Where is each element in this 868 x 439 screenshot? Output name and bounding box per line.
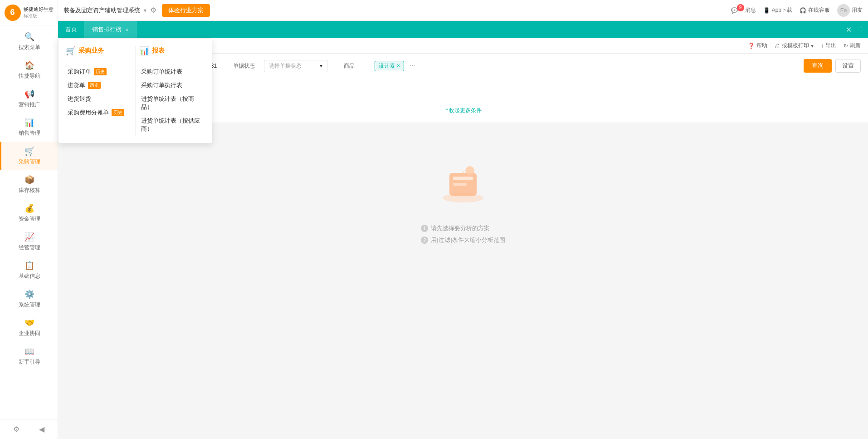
nav-label-9: 系统管理 (19, 301, 40, 309)
report-menu-item-1[interactable]: 采购订单执行表 (139, 79, 205, 92)
purchase-menu-item-0[interactable]: 采购订单历史 (66, 65, 132, 79)
menu-badge-3: 历史 (112, 109, 124, 116)
sidebar-item-11[interactable]: 📖新手引导 (0, 342, 58, 370)
purchase-items: 采购订单历史进货单历史进货退货采购费用分摊单历史 (66, 65, 132, 119)
tabbar: 首页 销售排行榜 × ✕ ⛶ (58, 21, 868, 38)
sidebar-item-10[interactable]: 🤝企业协同 (0, 313, 58, 342)
sidebar-item-0[interactable]: 🔍搜索菜单 (0, 27, 58, 56)
query-btn[interactable]: 查询 (804, 59, 832, 73)
purchase-col-title: 🛒 采购业务 (66, 46, 132, 59)
report-col-title: 📊 报表 (139, 46, 205, 59)
report-menu-item-0[interactable]: 采购订单统计表 (139, 65, 205, 79)
nav-icon-7: 📈 (24, 232, 34, 242)
purchase-menu-item-1[interactable]: 进货单历史 (66, 79, 132, 92)
nav-label-0: 搜索菜单 (19, 44, 40, 51)
help-icon: ❓ (748, 43, 755, 49)
settings-icon[interactable]: ⚙ (150, 6, 156, 15)
sidebar-item-7[interactable]: 📈经营管理 (0, 227, 58, 256)
sidebar-item-8[interactable]: 📋基础信息 (0, 256, 58, 285)
menu-columns: 🛒 采购业务 采购订单历史进货单历史进货退货采购费用分摊单历史 📊 报表 采购订… (66, 46, 205, 136)
purchase-item-label-1: 进货单 (68, 81, 85, 89)
nav-label-10: 企业协同 (19, 330, 40, 337)
report-item-label-1: 采购订单执行表 (141, 81, 182, 89)
topbar: 装备及固定资产辅助管理系统 ▾ ⚙ 体验行业方案 💬 9 消息 📱 App下载 … (58, 0, 868, 21)
purchase-menu-item-3[interactable]: 采购费用分摊单历史 (66, 106, 132, 119)
sidebar-settings-icon[interactable]: ⚙ (13, 425, 20, 434)
goods-tag-close-icon[interactable]: × (397, 63, 400, 69)
sidebar-item-6[interactable]: 💰资金管理 (0, 199, 58, 227)
purchase-col-icon: 🛒 (66, 46, 76, 56)
tip-text-2: 用[过滤]条件来缩小分析范围 (431, 234, 505, 246)
sidebar-bottom: ⚙ ◀ (0, 419, 58, 439)
refresh-btn[interactable]: ↻ 刷新 (844, 42, 861, 49)
nav-icon-10: 🤝 (24, 318, 34, 328)
bill-status-label: 单据状态 (233, 62, 260, 70)
tab-sales-rank[interactable]: 销售排行榜 × (85, 21, 137, 38)
print-icon: 🖨 (775, 43, 780, 49)
app-download-btn[interactable]: 📱 App下载 (763, 6, 792, 14)
report-menu-item-3[interactable]: 进货单统计表（按供应商） (139, 114, 205, 136)
nav-icon-3: 📊 (24, 118, 34, 128)
sidebar-item-9[interactable]: ⚙️系统管理 (0, 285, 58, 313)
export-btn[interactable]: ↑ 导出 (821, 42, 836, 49)
report-col-icon: 📊 (139, 46, 149, 56)
nav-icon-0: 🔍 (24, 32, 34, 42)
sidebar-item-4[interactable]: 🛒采购管理 (0, 142, 58, 170)
tip-num-2: 2 (421, 237, 428, 244)
purchase-menu-item-2[interactable]: 进货退货 (66, 92, 132, 106)
nav-label-8: 基础信息 (19, 272, 40, 280)
message-badge: 9 (737, 4, 744, 11)
menu-badge-0: 历史 (94, 68, 107, 75)
industry-btn[interactable]: 体验行业方案 (162, 4, 210, 17)
nav-label-1: 快捷导航 (19, 72, 40, 80)
goods-tag: 设计素 × (375, 61, 404, 71)
chevron-up-icon: ⌃ (444, 108, 449, 114)
template-print-btn[interactable]: 🖨 按模板打印 ▾ (775, 42, 814, 49)
nav-label-5: 库存核算 (19, 187, 40, 194)
svg-point-4 (465, 166, 474, 175)
sidebar-item-2[interactable]: 📢营销推广 (0, 84, 58, 113)
sidebar-item-1[interactable]: 🏠快捷导航 (0, 56, 58, 84)
tab-window-close-icon[interactable]: ✕ (846, 25, 852, 34)
message-label: 消息 (745, 6, 756, 14)
report-item-label-0: 采购订单统计表 (141, 68, 182, 76)
print-arrow-icon: ▾ (811, 43, 814, 49)
nav-icon-4: 🛒 (24, 146, 34, 156)
tab-close-icon[interactable]: × (125, 26, 129, 33)
empty-illustration (436, 159, 490, 213)
menu-col-purchase: 🛒 采购业务 采购订单历史进货单历史进货退货采购费用分摊单历史 (66, 46, 132, 136)
nav-label-6: 资金管理 (19, 215, 40, 223)
dropdown-arrow-icon[interactable]: ▾ (144, 7, 146, 14)
tab-window-expand-icon[interactable]: ⛶ (855, 25, 863, 34)
nav-icon-5: 📦 (24, 175, 34, 185)
report-item-label-3: 进货单统计表（按供应商） (141, 117, 203, 133)
bill-status-dropdown[interactable]: 选择单据状态 ▾ (264, 60, 327, 72)
sidebar: 6 畅捷通好生意 标准版 🔍搜索菜单🏠快捷导航📢营销推广📊销售管理🛒采购管理📦库… (0, 0, 58, 439)
online-service-btn[interactable]: 🎧 在线客服 (800, 6, 830, 14)
menu-col-report: 📊 报表 采购订单统计表采购订单执行表进货单统计表（按商品）进货单统计表（按供应… (139, 46, 205, 136)
tab-home[interactable]: 首页 (58, 21, 85, 38)
goods-more-icon[interactable]: ··· (410, 62, 415, 70)
report-menu-item-2[interactable]: 进货单统计表（按商品） (139, 92, 205, 114)
filter-settings-btn[interactable]: 设置 (835, 59, 861, 73)
sidebar-item-5[interactable]: 📦库存核算 (0, 170, 58, 199)
logo-icon: 6 (5, 5, 21, 21)
report-items: 采购订单统计表采购订单执行表进货单统计表（按商品）进货单统计表（按供应商） (139, 65, 205, 136)
sidebar-collapse-icon[interactable]: ◀ (39, 425, 44, 434)
logo-text: 畅捷通好生意 标准版 (24, 6, 54, 19)
nav-label-2: 营销推广 (19, 101, 40, 109)
purchase-menu-overlay: 🛒 采购业务 采购订单历史进货单历史进货退货采购费用分摊单历史 📊 报表 采购订… (58, 38, 212, 143)
sidebar-logo: 6 畅捷通好生意 标准版 (0, 0, 58, 25)
nav-label-4: 采购管理 (19, 158, 40, 166)
nav-icon-8: 📋 (24, 261, 34, 271)
report-item-label-2: 进货单统计表（按商品） (141, 95, 203, 111)
message-btn[interactable]: 💬 9 消息 (731, 6, 756, 14)
nav-icon-9: ⚙️ (24, 289, 34, 299)
user-menu[interactable]: Ea 用友 (837, 4, 863, 17)
tip-num-1: 1 (421, 225, 428, 232)
sidebar-nav: 🔍搜索菜单🏠快捷导航📢营销推广📊销售管理🛒采购管理📦库存核算💰资金管理📈经营管理… (0, 25, 58, 419)
sidebar-item-3[interactable]: 📊销售管理 (0, 113, 58, 142)
empty-tips: 1 请先选择要分析的方案 2 用[过滤]条件来缩小分析范围 (421, 222, 505, 246)
help-btn[interactable]: ❓ 帮助 (748, 42, 767, 49)
tip-text-1: 请先选择要分析的方案 (431, 222, 490, 234)
